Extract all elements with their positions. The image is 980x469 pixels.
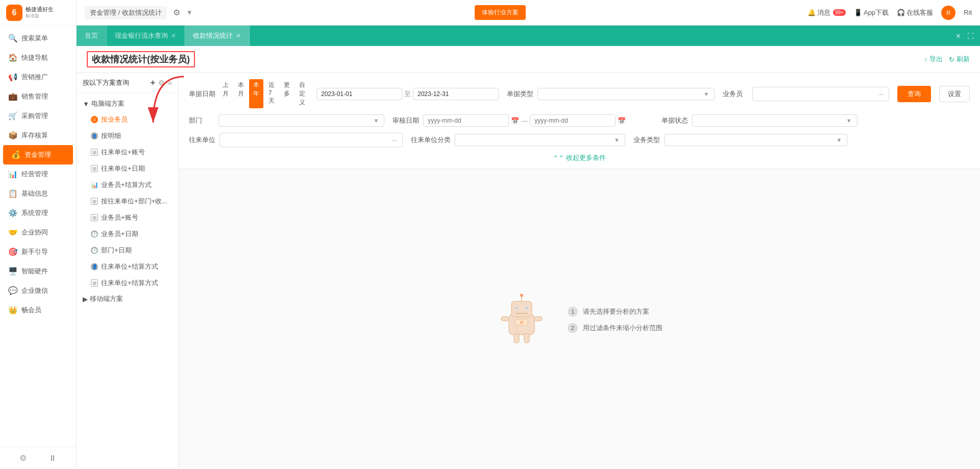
tree-group-pc[interactable]: ▼ 电脑端方案 bbox=[77, 96, 178, 111]
sidebar-item-guide[interactable]: 🎯 新手引导 bbox=[0, 242, 76, 262]
tree-item-icon-detail: 👤 bbox=[91, 132, 98, 139]
tree-item-by-staff[interactable]: ⊙ 按业务员 bbox=[77, 111, 178, 128]
sidebar-item-system[interactable]: ⚙️ 系统管理 bbox=[0, 203, 76, 223]
staff-field: 业务员 ··· bbox=[723, 87, 889, 101]
sidebar-item-search[interactable]: 🔍 搜索菜单 bbox=[0, 29, 76, 48]
tree-item-dept-date[interactable]: 🕐 部门+日期 bbox=[77, 242, 178, 259]
finance-nav-icon: 💰 bbox=[11, 150, 20, 159]
dropdown-arrow-icon[interactable]: ▼ bbox=[186, 9, 193, 16]
dept-select[interactable]: ▼ bbox=[218, 114, 384, 127]
settings-button[interactable]: 设置 bbox=[939, 86, 970, 102]
counterpart-select[interactable]: ··· bbox=[219, 133, 403, 147]
export-button[interactable]: ↑ 导出 bbox=[924, 55, 943, 64]
bell-icon: 🔔 bbox=[807, 9, 816, 16]
sidebar-item-purchase[interactable]: 🛒 采购管理 bbox=[0, 106, 76, 126]
counterpart-type-arrow-icon: ▼ bbox=[614, 137, 620, 143]
sidebar-item-hardware[interactable]: 🖥️ 智能硬件 bbox=[0, 262, 76, 281]
date-tab-lastmonth[interactable]: 上月 bbox=[218, 79, 233, 108]
online-service-area[interactable]: 🎧 在线客服 bbox=[897, 8, 933, 17]
sidebar-item-label: 经营管理 bbox=[21, 170, 48, 179]
collapse-bottom-icon[interactable]: ⏸ bbox=[48, 454, 57, 463]
date-from-input[interactable] bbox=[316, 88, 402, 100]
staff-ellipsis-icon[interactable]: ··· bbox=[877, 90, 884, 98]
sidebar-item-operations[interactable]: 📊 经营管理 bbox=[0, 165, 76, 184]
tree-item-unit-method2[interactable]: ▦ 往来单位+结算方式 bbox=[77, 275, 178, 291]
tab-collection[interactable]: 收款情况统计 ✕ bbox=[185, 26, 250, 46]
user-avatar[interactable]: R bbox=[941, 6, 955, 20]
doc-status-select[interactable]: ▼ bbox=[692, 114, 857, 127]
refresh-button[interactable]: ↻ 刷新 bbox=[949, 55, 970, 64]
sidebar-item-inventory[interactable]: 📦 库存核算 bbox=[0, 126, 76, 145]
doc-status-field: 单据状态 ▼ bbox=[662, 114, 857, 127]
sidebar-item-finance[interactable]: 💰 资金管理 bbox=[3, 145, 73, 165]
panel-add-icon[interactable]: + bbox=[151, 78, 155, 87]
tree-item-unit-method1[interactable]: 👤 往来单位+结算方式 bbox=[77, 259, 178, 275]
operations-nav-icon: 📊 bbox=[8, 170, 17, 179]
notification-area[interactable]: 🔔 消息 99+ bbox=[807, 8, 846, 17]
panel-settings-icon[interactable]: ⚙ bbox=[158, 79, 165, 87]
tree-item-staff-account[interactable]: ▦ 业务员+账号 bbox=[77, 209, 178, 226]
svg-rect-10 bbox=[534, 317, 542, 321]
tree-item-unit-dept-col[interactable]: ▦ 按往来单位+部门+收... bbox=[77, 193, 178, 209]
tab-collection-close-icon[interactable]: ✕ bbox=[236, 32, 241, 39]
counterpart-type-label: 往来单位分类 bbox=[411, 135, 451, 145]
staff-select[interactable]: ··· bbox=[752, 87, 889, 101]
doc-type-select[interactable]: ▼ bbox=[537, 88, 715, 100]
biz-type-field: 业务类型 ▼ bbox=[633, 134, 847, 146]
counterpart-ellipsis-icon[interactable]: ··· bbox=[391, 136, 398, 144]
calendar-to-icon[interactable]: 📅 bbox=[618, 117, 626, 125]
sidebar-item-wechat[interactable]: 💬 企业微信 bbox=[0, 281, 76, 300]
tree-item-by-detail[interactable]: 👤 按明细 bbox=[77, 128, 178, 144]
date-tab-custom[interactable]: 自定义 bbox=[295, 79, 310, 108]
date-range: 至 bbox=[316, 88, 499, 100]
online-service-label: 在线客服 bbox=[906, 8, 933, 17]
tab-bank-close-icon[interactable]: ✕ bbox=[171, 32, 176, 39]
tree-item-icon-unit-method1: 👤 bbox=[91, 263, 98, 270]
date-tab-thisyear[interactable]: 本年 bbox=[249, 79, 263, 108]
sidebar-item-member[interactable]: 👑 畅会员 bbox=[0, 300, 76, 320]
tree-item-staff-date[interactable]: 🕐 业务员+日期 bbox=[77, 226, 178, 242]
sidebar-item-label: 企业微信 bbox=[21, 286, 48, 295]
tab-bank[interactable]: 现金银行流水查询 ✕ bbox=[107, 26, 185, 46]
tree-group-mobile[interactable]: ▶ 移动端方案 bbox=[77, 291, 178, 307]
date-tab-more[interactable]: 更多 bbox=[280, 79, 294, 108]
date-to-input[interactable] bbox=[413, 88, 499, 100]
tab-expand-icon[interactable]: ⛶ bbox=[967, 32, 974, 40]
sidebar-item-quicknav[interactable]: 🏠 快捷导航 bbox=[0, 48, 76, 67]
logo-sub-text: 标准版 bbox=[26, 13, 54, 19]
tab-home[interactable]: 首页 bbox=[77, 26, 107, 46]
sidebar-item-enterprise[interactable]: 🤝 企业协同 bbox=[0, 223, 76, 242]
trial-button[interactable]: 体验行业方案 bbox=[475, 5, 526, 20]
calendar-from-icon[interactable]: 📅 bbox=[511, 117, 519, 125]
date-tab-thismonth[interactable]: 本月 bbox=[234, 79, 248, 108]
collapse-more-button[interactable]: ⌃⌃ 收起更多条件 bbox=[189, 153, 970, 162]
user-name: Rit bbox=[964, 9, 972, 16]
doc-status-label: 单据状态 bbox=[662, 116, 688, 125]
guide-nav-icon: 🎯 bbox=[8, 247, 17, 256]
sidebar-item-label: 库存核算 bbox=[21, 131, 48, 140]
sidebar-item-marketing[interactable]: 📢 营销推广 bbox=[0, 67, 76, 87]
sidebar-item-sales[interactable]: 💼 销售管理 bbox=[0, 87, 76, 106]
tree-item-unit-date[interactable]: ▦ 往来单位+日期 bbox=[77, 160, 178, 177]
topbar-gear-icon[interactable]: ⚙ bbox=[173, 8, 180, 17]
tree-item-label: 往来单位+日期 bbox=[101, 164, 145, 173]
tree-item-staff-method[interactable]: 📊 业务员+结算方式 bbox=[77, 177, 178, 193]
panel-collapse-icon[interactable]: « bbox=[168, 79, 172, 87]
step-2-text: 用过滤条件来缩小分析范围 bbox=[583, 323, 663, 333]
review-date-from-input[interactable] bbox=[423, 114, 509, 127]
query-button[interactable]: 查询 bbox=[897, 86, 931, 102]
date-separator: 至 bbox=[404, 89, 411, 99]
review-date-to-input[interactable] bbox=[530, 114, 616, 127]
biz-type-select[interactable]: ▼ bbox=[664, 134, 847, 146]
tab-close-all-icon[interactable]: ✕ bbox=[955, 32, 961, 40]
tree-item-icon-unit-method2: ▦ bbox=[91, 279, 98, 287]
counterpart-type-select[interactable]: ▼ bbox=[455, 134, 625, 146]
settings-bottom-icon[interactable]: ⚙ bbox=[19, 453, 27, 463]
sidebar-item-basic[interactable]: 📋 基础信息 bbox=[0, 184, 76, 203]
date-tab-7days[interactable]: 近7天 bbox=[264, 79, 279, 108]
logo-main-text: 畅捷通好生 bbox=[26, 6, 54, 13]
export-icon: ↑ bbox=[924, 56, 928, 63]
tree-item-label: 部门+日期 bbox=[101, 246, 132, 255]
tree-item-unit-account[interactable]: ▦ 往来单位+账号 bbox=[77, 144, 178, 160]
app-download-area[interactable]: 📱 App下载 bbox=[854, 8, 889, 17]
